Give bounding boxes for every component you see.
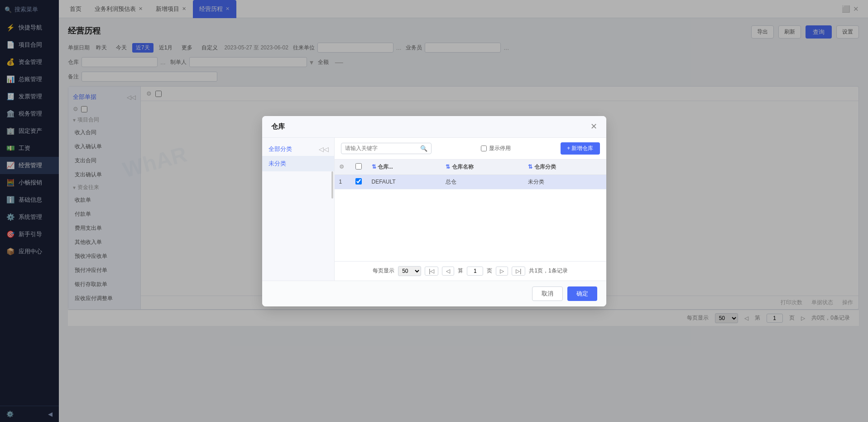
dialog-warehouse: 仓库 ✕ 全部分类 ◁◁ 未分类 <box>262 116 606 306</box>
cell-code: DEFAULT <box>367 175 441 189</box>
col-name-sort-icon: ⇅ <box>446 164 450 170</box>
dialog-pagination: 每页显示 50 20 100 |◁ ◁ 算 页 ▷ ▷| 共1页，1条记录 <box>335 261 606 281</box>
overlay: 仓库 ✕ 全部分类 ◁◁ 未分类 <box>0 0 868 422</box>
per-page-label: 每页显示 <box>373 267 394 275</box>
dialog-close-button[interactable]: ✕ <box>590 122 597 131</box>
cell-category: 未分类 <box>523 175 606 189</box>
dialog-search-wrapper: 🔍 <box>341 143 432 154</box>
dialog-toolbar: 🔍 显示停用 + 新增仓库 <box>335 138 606 160</box>
dialog-title: 仓库 <box>271 122 285 131</box>
dialog-body: 全部分类 ◁◁ 未分类 🔍 <box>262 138 606 281</box>
col-warehouse-code: ⇅ 仓库... <box>367 160 441 175</box>
table-panel: 🔍 显示停用 + 新增仓库 ⚙ <box>335 138 606 281</box>
page-last-btn[interactable]: ▷| <box>512 267 525 276</box>
pagination-total: 共1页，1条记录 <box>529 267 567 275</box>
col-warehouse-category: ⇅ 仓库分类 <box>523 160 606 175</box>
row-checkbox[interactable] <box>355 178 362 184</box>
select-all-checkbox[interactable] <box>355 163 362 170</box>
dialog-table-body: 1 DEFAULT 总仓 未分类 <box>335 175 606 189</box>
col-warehouse-name: ⇅ 仓库名称 <box>441 160 523 175</box>
dialog-table: ⚙ ⇅ 仓库... ⇅ <box>335 160 606 189</box>
category-item-uncategorized[interactable]: 未分类 <box>262 156 334 171</box>
category-all-label[interactable]: 全部分类 <box>269 145 292 153</box>
category-header: 全部分类 ◁◁ <box>262 142 334 156</box>
dialog-table-head: ⚙ ⇅ 仓库... ⇅ <box>335 160 606 175</box>
cell-checkbox <box>351 175 367 189</box>
category-collapse-btn[interactable]: ◁◁ <box>319 146 329 153</box>
col-gear-icon[interactable]: ⚙ <box>339 164 344 170</box>
page-prev-btn[interactable]: ◁ <box>442 267 454 276</box>
dialog-header: 仓库 ✕ <box>262 116 606 138</box>
page-calc-label: 算 <box>458 267 463 275</box>
show-disabled-label[interactable]: 显示停用 <box>481 145 511 152</box>
category-panel: 全部分类 ◁◁ 未分类 <box>262 138 335 281</box>
dialog-table-wrapper: ⚙ ⇅ 仓库... ⇅ <box>335 160 606 261</box>
cancel-button[interactable]: 取消 <box>532 286 563 301</box>
col-category-sort-icon: ⇅ <box>528 164 532 170</box>
col-sort-icon: ⇅ <box>372 164 376 170</box>
dialog-footer: 取消 确定 <box>262 281 606 306</box>
dialog-search-input[interactable] <box>345 145 417 151</box>
dialog-search-icon: 🔍 <box>420 145 427 152</box>
per-page-select[interactable]: 50 20 100 <box>398 266 421 276</box>
col-gear: ⚙ <box>335 160 351 175</box>
add-warehouse-button[interactable]: + 新增仓库 <box>561 142 599 155</box>
confirm-button[interactable]: 确定 <box>567 286 597 301</box>
col-checkbox-header <box>351 160 367 175</box>
page-first-btn[interactable]: |◁ <box>425 267 438 276</box>
page-next-btn[interactable]: ▷ <box>496 267 508 276</box>
cell-name: 总仓 <box>441 175 523 189</box>
page-number-input[interactable] <box>467 267 483 276</box>
cell-row-num: 1 <box>335 175 351 189</box>
page-label: 页 <box>487 267 492 275</box>
show-disabled-checkbox[interactable] <box>481 146 487 151</box>
table-row[interactable]: 1 DEFAULT 总仓 未分类 <box>335 175 606 189</box>
